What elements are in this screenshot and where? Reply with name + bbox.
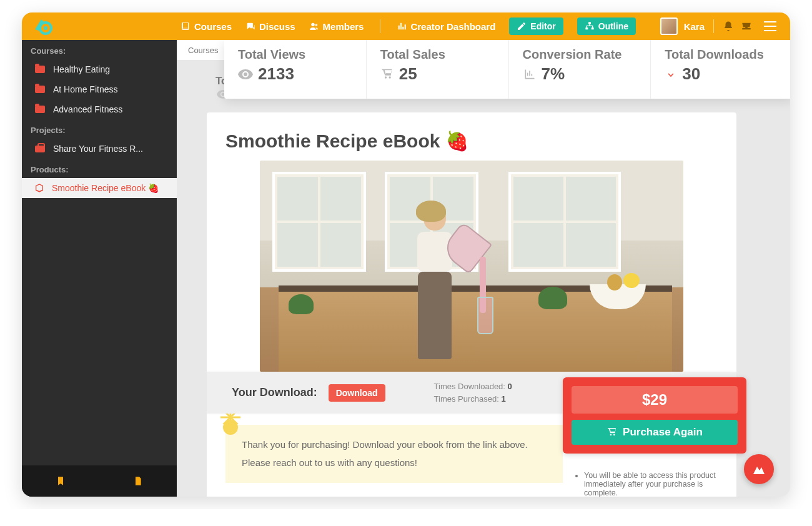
nav-dashboard-label: Creator Dashboard <box>410 21 495 32</box>
nav-courses[interactable]: Courses <box>181 21 232 32</box>
app-logo[interactable] <box>31 14 56 39</box>
metric-views: Total Views 2133 <box>224 40 367 99</box>
metric-sales: Total Sales 25 <box>367 40 509 99</box>
nav-courses-label: Courses <box>194 21 232 32</box>
nav-members-label: Members <box>323 21 364 32</box>
metric-label: Total Views <box>238 47 352 62</box>
main-content: Courses To Total Views 2133 Total Sales <box>177 40 790 497</box>
svg-rect-6 <box>591 27 593 29</box>
note-item: You will be able to access this product … <box>584 471 736 497</box>
pencil-icon <box>517 21 527 31</box>
username-label: Kara <box>684 21 705 32</box>
sidebar-footer <box>22 465 177 497</box>
sidebar-item-label: At Home Fitness <box>53 84 117 94</box>
download-label: Your Download: <box>232 386 317 399</box>
sidebar-item-project-0[interactable]: Share Your Fitness R... <box>22 139 177 159</box>
metric-downloads: Total Downloads 30 <box>651 40 790 99</box>
folder-icon <box>34 85 46 94</box>
metric-value: 25 <box>399 64 417 84</box>
chat-icon <box>245 21 255 31</box>
download-button[interactable]: Download <box>329 384 385 402</box>
cart-icon <box>607 427 618 437</box>
thanks-line: Thank you for purchasing! Download your … <box>242 436 547 454</box>
sidebar: Courses: Healthy Eating At Home Fitness … <box>22 40 177 497</box>
bar-chart-icon <box>523 68 537 81</box>
svg-point-3 <box>315 24 317 26</box>
book-icon <box>181 21 191 31</box>
sitemap-icon <box>585 21 595 31</box>
metrics-panel: Total Views 2133 Total Sales 25 Conversi… <box>224 40 790 99</box>
inbox-icon[interactable] <box>740 21 753 32</box>
metric-value: 7% <box>542 64 565 84</box>
outline-button[interactable]: Outline <box>577 17 636 35</box>
svg-rect-5 <box>585 27 588 29</box>
product-hero-image <box>260 161 683 372</box>
sidebar-item-course-1[interactable]: At Home Fitness <box>22 79 177 99</box>
svg-rect-4 <box>588 22 591 24</box>
menu-button[interactable] <box>759 15 781 37</box>
metric-label: Total Sales <box>380 47 495 62</box>
metric-conversion: Conversion Rate 7% <box>509 40 651 99</box>
download-arrow-icon <box>665 67 677 81</box>
sidebar-item-label: Share Your Fitness R... <box>53 144 143 154</box>
fab-button[interactable] <box>744 454 774 484</box>
editor-button[interactable]: Editor <box>509 17 563 35</box>
metric-label: Total Downloads <box>665 47 779 62</box>
folder-icon <box>34 105 46 114</box>
cart-icon <box>380 68 394 81</box>
purchase-notes: You will be able to access this product … <box>574 471 736 497</box>
topbar: Courses Discuss Members Creator Dashboar… <box>22 12 790 40</box>
thanks-message: Thank you for purchasing! Download your … <box>225 425 563 483</box>
sidebar-item-label: Smoothie Recipe eBook 🍓 <box>52 183 159 193</box>
sidebar-item-label: Healthy Eating <box>53 64 110 74</box>
bell-icon[interactable] <box>723 21 734 32</box>
bookmark-icon[interactable] <box>56 475 66 487</box>
nav-discuss-label: Discuss <box>259 21 295 32</box>
svg-point-2 <box>311 23 314 26</box>
purchase-button[interactable]: Purchase Again <box>572 420 738 445</box>
sidebar-section-projects: Projects: <box>22 119 177 139</box>
sidebar-item-label: Advanced Fitness <box>53 104 122 114</box>
sidebar-item-product-0[interactable]: Smoothie Recipe eBook 🍓 <box>22 178 177 198</box>
nav-members[interactable]: Members <box>309 21 364 32</box>
metric-label: Conversion Rate <box>523 47 637 62</box>
nav-dashboard[interactable]: Creator Dashboard <box>397 21 495 32</box>
sidebar-section-products: Products: <box>22 159 177 178</box>
app-window: Courses Discuss Members Creator Dashboar… <box>22 12 790 497</box>
sidebar-section-courses: Courses: <box>22 40 177 59</box>
folder-icon <box>34 65 46 74</box>
user-avatar[interactable] <box>660 17 678 35</box>
sidebar-item-course-2[interactable]: Advanced Fitness <box>22 99 177 119</box>
purchase-box: $29 Purchase Again <box>563 377 746 454</box>
thanks-line: Please reach out to us with any question… <box>242 454 547 472</box>
user-area: Kara <box>660 15 781 37</box>
main-nav: Courses Discuss Members Creator Dashboar… <box>181 17 636 35</box>
chart-icon <box>397 21 407 31</box>
sidebar-item-course-0[interactable]: Healthy Eating <box>22 59 177 79</box>
product-title: Smoothie Recipe eBook 🍓 <box>225 130 718 152</box>
nav-discuss[interactable]: Discuss <box>245 21 295 32</box>
download-stats: Times Downloaded: 0 Times Purchased: 1 <box>434 380 512 405</box>
sun-icon <box>219 416 242 439</box>
metric-value: 30 <box>682 64 700 84</box>
eye-icon <box>238 69 253 80</box>
outline-button-label: Outline <box>598 21 628 31</box>
package-icon <box>34 184 44 192</box>
nav-separator <box>380 19 380 33</box>
editor-button-label: Editor <box>530 21 555 31</box>
svg-point-1 <box>44 26 47 30</box>
breadcrumb-root[interactable]: Courses <box>182 42 229 59</box>
price-label: $29 <box>572 386 738 414</box>
briefcase-icon <box>34 144 46 153</box>
members-icon <box>309 21 319 31</box>
document-icon[interactable] <box>133 475 143 487</box>
metric-value: 2133 <box>258 64 294 84</box>
